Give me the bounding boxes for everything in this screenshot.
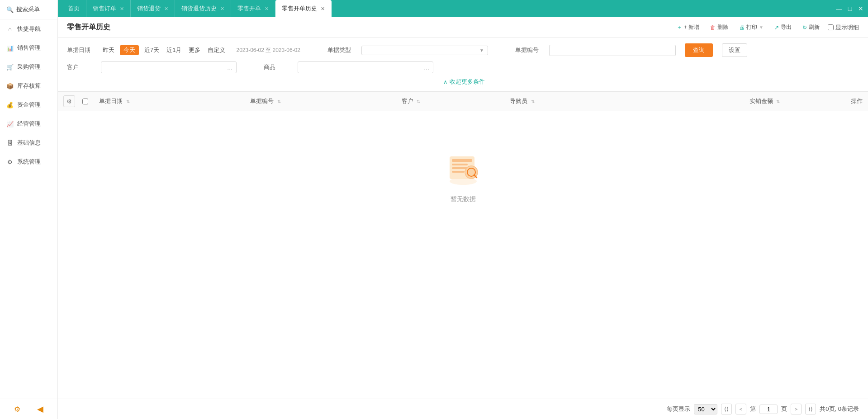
sidebar-item-purchase-mgmt[interactable]: 🛒 采购管理: [0, 57, 57, 76]
search-icon: 🔍: [6, 6, 14, 13]
tab-sales-return[interactable]: 销货退货 ✕: [131, 0, 175, 17]
select-all-checkbox[interactable]: [82, 99, 88, 104]
col-customer-sort[interactable]: ⇅: [417, 99, 420, 104]
customer-dots[interactable]: ...: [227, 64, 232, 71]
tab-sales-order[interactable]: 销售订单 ✕: [86, 0, 131, 17]
maximize-button[interactable]: □: [846, 5, 854, 12]
col-customer-label: 客户: [402, 98, 413, 104]
display-col-label: 显示明细: [835, 24, 859, 32]
sidebar-item-quick-nav[interactable]: ⌂ 快捷导航: [0, 19, 57, 38]
delete-button[interactable]: 🗑 删除: [707, 22, 731, 33]
sidebar-item-finance[interactable]: 💰 资金管理: [0, 95, 57, 114]
delete-icon: 🗑: [710, 24, 716, 31]
date-opt-today[interactable]: 今天: [120, 45, 139, 55]
tab-sales-return-history[interactable]: 销货退货历史 ✕: [175, 0, 231, 17]
tab-sales-order-close[interactable]: ✕: [120, 6, 124, 12]
next-page-button[interactable]: ＞: [791, 404, 802, 414]
tab-sales-return-history-close[interactable]: ✕: [220, 6, 224, 12]
svg-rect-5: [452, 171, 465, 173]
col-number-header[interactable]: 单据编号 ⇅: [245, 92, 396, 111]
settings-icon: ⚙: [6, 158, 14, 165]
display-col-toggle[interactable]: 显示明细: [828, 24, 859, 32]
col-customer-header[interactable]: 客户 ⇅: [396, 92, 504, 111]
minimize-button[interactable]: —: [835, 5, 843, 12]
col-date-sort[interactable]: ⇅: [126, 99, 130, 104]
sidebar-item-inventory[interactable]: 📦 库存核算: [0, 76, 57, 95]
sidebar-item-label: 资金管理: [17, 101, 41, 109]
date-opt-1month[interactable]: 近1月: [165, 45, 183, 55]
page-prefix-label: 第: [750, 405, 756, 413]
number-input-field[interactable]: [553, 47, 672, 54]
settings-button[interactable]: 设置: [722, 43, 747, 57]
col-amount-sort[interactable]: ⇅: [776, 99, 780, 104]
box-icon: 📦: [6, 82, 14, 89]
number-filter-input[interactable]: [549, 45, 676, 56]
page-title: 零售开单历史: [67, 23, 110, 32]
tab-sales-order-label: 销售订单: [93, 5, 116, 13]
query-button[interactable]: 查询: [685, 43, 713, 57]
date-opt-more[interactable]: 更多: [187, 45, 202, 55]
gear-bottom-icon[interactable]: ⚙: [13, 405, 22, 414]
close-button[interactable]: ✕: [857, 5, 864, 12]
tab-retail-open[interactable]: 零售开单 ✕: [231, 0, 275, 17]
date-options: 昨天 今天 近7天 近1月 更多 自定义: [101, 45, 227, 55]
customer-filter-input[interactable]: ...: [101, 61, 237, 73]
collapse-arrow-icon: ∧: [443, 79, 448, 85]
col-number-sort[interactable]: ⇅: [277, 99, 281, 104]
display-col-checkbox[interactable]: [828, 24, 834, 30]
col-salesperson-sort[interactable]: ⇅: [531, 99, 535, 104]
prev-page-button[interactable]: ＜: [735, 404, 746, 414]
goods-filter-input[interactable]: ...: [298, 61, 433, 73]
sidebar-item-base-info[interactable]: 🗄 基础信息: [0, 133, 57, 152]
tab-home[interactable]: 首页: [62, 0, 86, 17]
goods-dots[interactable]: ...: [424, 64, 429, 71]
export-label: 导出: [781, 24, 792, 31]
sidebar-item-label: 库存核算: [17, 82, 41, 90]
tab-retail-open-close[interactable]: ✕: [265, 6, 269, 12]
tab-sales-return-close[interactable]: ✕: [164, 6, 168, 12]
sidebar-item-label: 经营管理: [17, 120, 41, 128]
sidebar-item-sys-mgmt[interactable]: ⚙ 系统管理: [0, 152, 57, 171]
col-date-header[interactable]: 单据日期 ⇅: [94, 92, 245, 111]
date-filter-label: 单据日期: [67, 46, 92, 54]
goods-input-field[interactable]: [302, 64, 424, 71]
refresh-button[interactable]: ↻ 刷新: [800, 22, 822, 33]
type-filter-select[interactable]: ▼: [361, 46, 488, 55]
sidebar-item-sales-mgmt[interactable]: 📊 销售管理: [0, 38, 57, 57]
page-number-input[interactable]: [759, 405, 778, 414]
date-opt-7days[interactable]: 近7天: [142, 45, 161, 55]
sidebar-item-operations[interactable]: 📈 经营管理: [0, 114, 57, 133]
collapse-sidebar-icon[interactable]: ◀: [36, 405, 45, 414]
sidebar-item-label: 快捷导航: [17, 25, 41, 33]
column-settings-button[interactable]: ⚙: [63, 95, 75, 107]
sidebar-search[interactable]: 🔍 搜索采单: [0, 0, 57, 19]
col-number-label: 单据编号: [250, 98, 274, 104]
date-range-display: 2023-06-02 至 2023-06-02: [236, 47, 300, 54]
print-icon: 🖨: [739, 24, 745, 31]
svg-rect-3: [452, 164, 468, 165]
pagination: 每页显示 50 20 100 200 ⟨⟨ ＜ 第 页 ＞ ⟩⟩ 共0页, 0条…: [58, 399, 868, 419]
tab-sales-return-label: 销货退货: [137, 5, 161, 13]
col-salesperson-header[interactable]: 导购员 ⇅: [504, 92, 634, 111]
collapse-filter-btn[interactable]: ∧ 收起更多条件: [67, 78, 859, 86]
export-button[interactable]: ↗ 导出: [772, 22, 794, 33]
date-opt-yesterday[interactable]: 昨天: [101, 45, 116, 55]
refresh-label: 刷新: [809, 24, 820, 31]
print-button[interactable]: 🖨 打印 ▼: [736, 22, 766, 33]
window-controls: — □ ✕: [835, 5, 864, 12]
number-filter-label: 单据编号: [515, 46, 540, 54]
date-opt-custom[interactable]: 自定义: [206, 45, 227, 55]
customer-filter-label: 客户: [67, 63, 92, 71]
first-page-button[interactable]: ⟨⟨: [721, 404, 732, 414]
tab-retail-history-close[interactable]: ✕: [321, 6, 325, 12]
add-icon: ＋: [677, 24, 682, 31]
sidebar-search-label: 搜索采单: [16, 5, 40, 14]
tab-retail-history[interactable]: 零售开单历史 ✕: [275, 0, 332, 17]
empty-state: 暂无数据: [58, 111, 868, 240]
print-dropdown-arrow[interactable]: ▼: [759, 25, 764, 30]
add-button[interactable]: ＋ + 新增: [674, 22, 702, 33]
col-amount-header[interactable]: 实销金额 ⇅: [634, 92, 785, 111]
last-page-button[interactable]: ⟩⟩: [805, 404, 816, 414]
customer-input-field[interactable]: [105, 64, 227, 71]
per-page-select[interactable]: 50 20 100 200: [694, 404, 717, 414]
